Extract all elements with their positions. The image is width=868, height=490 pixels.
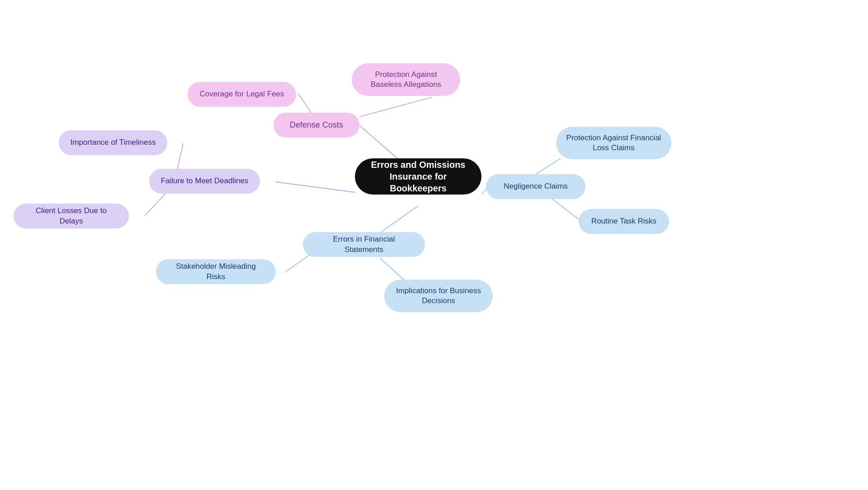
center-node: Errors and Omissions Insurance for Bookk…: [355, 158, 481, 195]
negligence-claims-node: Negligence Claims: [486, 174, 585, 199]
implications-business-node: Implications for Business Decisions: [384, 280, 493, 312]
svg-line-9: [380, 206, 418, 233]
svg-line-7: [536, 158, 561, 174]
importance-timeliness-node: Importance of Timeliness: [59, 130, 167, 155]
coverage-legal-fees-node: Coverage for Legal Fees: [188, 82, 296, 107]
protection-baseless-node: Protection Against Baseless Allegations: [352, 63, 460, 96]
svg-line-3: [276, 182, 355, 192]
client-losses-node: Client Losses Due to Delays: [14, 204, 129, 228]
errors-financial-node: Errors in Financial Statements: [303, 232, 425, 257]
stakeholder-misleading-node: Stakeholder Misleading Risks: [156, 259, 276, 284]
failure-deadlines-node: Failure to Meet Deadlines: [149, 169, 260, 194]
svg-line-11: [380, 258, 405, 281]
protection-financial-node: Protection Against Financial Loss Claims: [556, 127, 671, 159]
routine-task-risks-node: Routine Task Risks: [579, 209, 669, 234]
defense-costs-node: Defense Costs: [274, 113, 359, 138]
svg-line-2: [359, 97, 432, 117]
